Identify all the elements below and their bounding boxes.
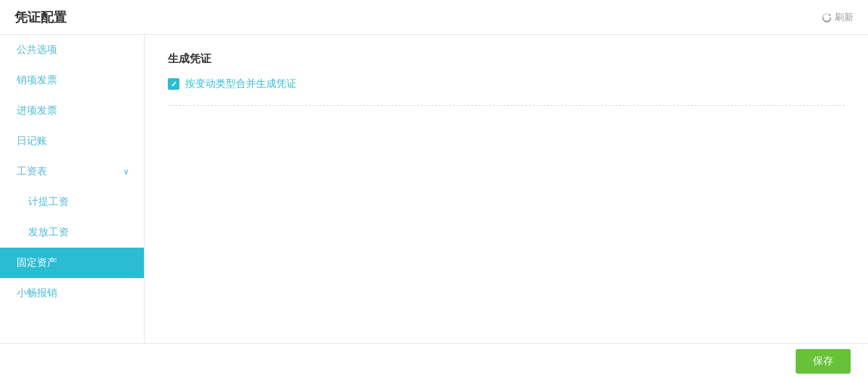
sidebar-item-public[interactable]: 公共选项: [0, 35, 144, 65]
checkbox-row: 按变动类型合并生成凭证: [168, 77, 845, 91]
sidebar-item-pay-salary[interactable]: 发放工资: [0, 217, 144, 248]
sidebar-item-purchase-invoice[interactable]: 进项发票: [0, 96, 144, 126]
save-button[interactable]: 保存: [796, 349, 851, 374]
sidebar-item-label: 工资表: [17, 165, 47, 178]
refresh-label: 刷新: [835, 11, 854, 24]
chevron-down-icon: ∨: [123, 167, 129, 177]
sidebar-item-journal[interactable]: 日记账: [0, 126, 144, 156]
merge-by-type-checkbox[interactable]: [168, 78, 179, 90]
footer: 保存: [0, 343, 868, 378]
sidebar-item-label: 日记账: [17, 135, 47, 148]
section-title: 生成凭证: [168, 52, 845, 66]
sidebar-item-label: 销项发票: [17, 74, 57, 87]
sidebar-item-label: 进项发票: [17, 104, 57, 117]
sidebar-item-label: 发放工资: [28, 226, 69, 239]
sidebar-item-label: 小畅报销: [17, 287, 57, 300]
sidebar-item-label: 固定资产: [17, 256, 57, 269]
section-divider: [168, 105, 845, 106]
page-title: 凭证配置: [14, 9, 67, 26]
sidebar-item-label: 计提工资: [28, 196, 69, 209]
refresh-button[interactable]: 刷新: [822, 11, 854, 24]
sidebar-item-label: 公共选项: [17, 43, 57, 56]
main-content: 生成凭证 按变动类型合并生成凭证: [145, 35, 868, 343]
sidebar-item-sales-invoice[interactable]: 销项发票: [0, 65, 144, 96]
header: 凭证配置 刷新: [0, 0, 868, 35]
main-layout: 公共选项销项发票进项发票日记账工资表∨计提工资发放工资固定资产小畅报销 生成凭证…: [0, 35, 868, 343]
sidebar-item-payroll[interactable]: 工资表∨: [0, 156, 144, 187]
sidebar-item-accrual-salary[interactable]: 计提工资: [0, 187, 144, 217]
sidebar-item-petty-cash[interactable]: 小畅报销: [0, 278, 144, 308]
sidebar: 公共选项销项发票进项发票日记账工资表∨计提工资发放工资固定资产小畅报销: [0, 35, 145, 343]
merge-by-type-label[interactable]: 按变动类型合并生成凭证: [185, 77, 297, 91]
refresh-icon: [822, 12, 832, 22]
sidebar-item-fixed-assets[interactable]: 固定资产: [0, 248, 144, 278]
